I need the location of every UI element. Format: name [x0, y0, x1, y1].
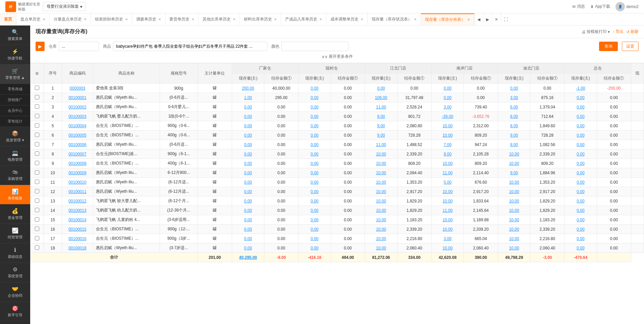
row-lc-qty[interactable]: 0.00: [299, 225, 331, 234]
sidebar-item-ecommerce[interactable]: 💻 电商管理: [0, 146, 30, 166]
row-jb-qty[interactable]: 11.00: [365, 102, 397, 112]
row-check[interactable]: [31, 140, 44, 149]
row-total-qty[interactable]: 0.00: [565, 234, 597, 243]
row-lc-qty[interactable]: 0.00: [299, 149, 331, 159]
row-yb-qty[interactable]: 10.00: [498, 215, 530, 225]
row-code[interactable]: 00100009: [62, 168, 93, 178]
sidebar-item-quicknav[interactable]: ⚡ 快捷导航: [0, 45, 30, 64]
row-code[interactable]: 00100014: [62, 215, 93, 225]
industry-selector[interactable]: 母婴行业演示陈套 ▾: [43, 2, 86, 11]
row-fc-qty[interactable]: 0.00: [232, 168, 264, 178]
row-jb-qty[interactable]: 11.00: [365, 140, 397, 149]
row-yb-qty[interactable]: 9.00: [498, 131, 530, 140]
tab-assembly[interactable]: 组装拆卸单历史 ✕: [91, 13, 132, 25]
row-jb-qty[interactable]: 10.00: [365, 196, 397, 206]
tab-close-icon[interactable]: ✕: [361, 17, 363, 21]
row-fc-qty[interactable]: 0.00: [232, 149, 264, 159]
row-total-qty[interactable]: 0.00: [565, 102, 597, 112]
row-yb-qty[interactable]: 10.00: [498, 149, 530, 159]
row-na-qty[interactable]: 10.00: [431, 131, 464, 140]
row-lc-qty[interactable]: 0.00: [299, 187, 331, 196]
row-check[interactable]: [31, 84, 44, 93]
row-code[interactable]: 00100004: [62, 121, 93, 131]
row-total-qty[interactable]: 0.00: [565, 121, 597, 131]
print-button[interactable]: 🖨 按模板打印 ▾: [582, 29, 610, 35]
row-code[interactable]: 00100001: [62, 93, 93, 102]
app-download-button[interactable]: ⬇ App下载: [590, 4, 610, 9]
row-yb-qty[interactable]: 8.00: [498, 140, 530, 149]
row-lc-qty[interactable]: 0.00: [299, 243, 331, 253]
row-na-qty[interactable]: 10.00: [431, 225, 464, 234]
row-na-qty[interactable]: 0.00: [431, 93, 464, 102]
row-fc-qty[interactable]: 0.00: [232, 178, 264, 187]
row-total-qty[interactable]: 0.00: [565, 112, 597, 121]
row-jb-qty[interactable]: 10.00: [365, 243, 397, 253]
row-lc-qty[interactable]: 0.00: [299, 121, 331, 131]
row-jb-qty[interactable]: 10.00: [365, 206, 397, 215]
row-check[interactable]: [31, 121, 44, 131]
row-lc-qty[interactable]: 0.00: [299, 206, 331, 215]
row-code[interactable]: 00100008: [62, 159, 93, 168]
row-check[interactable]: [31, 196, 44, 206]
row-jb-qty[interactable]: 9.00: [365, 131, 397, 140]
row-code[interactable]: 00100018: [62, 243, 93, 253]
row-yb-qty[interactable]: 10.00: [498, 225, 530, 234]
row-code[interactable]: 00100007: [62, 149, 93, 159]
row-total-qty[interactable]: 0.00: [565, 196, 597, 206]
row-check[interactable]: [31, 112, 44, 121]
row-fc-qty[interactable]: 0.00: [232, 102, 264, 112]
tab-product-inbound[interactable]: 产成品入库单历史 ✕: [281, 13, 326, 25]
tab-close-icon[interactable]: ✕: [319, 17, 322, 21]
row-fc-qty[interactable]: 0.00: [232, 121, 264, 131]
sidebar-item-system[interactable]: ⚙ 系统管理: [0, 263, 30, 282]
tab-transfer[interactable]: 调拨单历史 ✕: [132, 13, 165, 25]
row-yb-qty[interactable]: 10.00: [498, 243, 530, 253]
toggle-search-btn[interactable]: ▶: [36, 42, 45, 51]
row-total-qty[interactable]: 0.00: [565, 243, 597, 253]
row-total-qty[interactable]: 0.00: [565, 206, 597, 215]
tab-close-icon[interactable]: ✕: [414, 17, 417, 21]
row-lc-qty[interactable]: 0.00: [299, 159, 331, 168]
sidebar-item-basic[interactable]: ℹ 基础信息: [0, 243, 30, 263]
row-yb-qty[interactable]: 0.00: [498, 84, 530, 93]
row-total-qty[interactable]: 0.00: [565, 131, 597, 140]
row-lc-qty[interactable]: 0.00: [299, 131, 331, 140]
sidebar-item-retail-stat[interactable]: 零售统计: [0, 116, 30, 127]
row-na-qty[interactable]: 9.00: [431, 149, 464, 159]
row-na-qty[interactable]: 10.00: [431, 243, 464, 253]
row-lc-qty[interactable]: 0.00: [299, 84, 331, 93]
row-fc-qty[interactable]: 0.00: [232, 225, 264, 234]
gear-icon[interactable]: ⚙: [35, 71, 39, 76]
row-lc-qty[interactable]: 0.00: [299, 140, 331, 149]
row-lc-qty[interactable]: 0.00: [299, 234, 331, 243]
row-total-qty[interactable]: 0.00: [565, 149, 597, 159]
tab-prev-btn[interactable]: ◀: [474, 13, 483, 25]
row-check[interactable]: [31, 178, 44, 187]
sidebar-item-wholesale[interactable]: 📦 批发管理 ▾: [0, 127, 30, 146]
tab-next-btn[interactable]: ▶: [483, 13, 492, 25]
user-profile[interactable]: 👤 demo2: [615, 2, 639, 11]
tab-other-outbound[interactable]: 其他出库单历史 ✕: [199, 13, 240, 25]
row-code[interactable]: 00100010: [62, 178, 93, 187]
row-yb-qty[interactable]: 6.00: [498, 102, 530, 112]
row-yb-qty[interactable]: 10.00: [498, 196, 530, 206]
row-check[interactable]: [31, 168, 44, 178]
row-fc-qty[interactable]: 0.00: [232, 196, 264, 206]
row-na-qty[interactable]: 10.00: [431, 215, 464, 225]
sidebar-item-finance[interactable]: 💰 资金管理: [0, 204, 30, 224]
tab-close-icon[interactable]: ✕: [84, 17, 87, 21]
tab-inventory-distribution[interactable]: 现存量（库存分布表）✕: [421, 13, 474, 25]
row-check[interactable]: [31, 234, 44, 243]
tab-fullscreen-btn[interactable]: ⛶: [501, 13, 511, 25]
row-na-qty[interactable]: 7.00: [431, 140, 464, 149]
row-check[interactable]: [31, 215, 44, 225]
row-fc-qty[interactable]: 0.00: [232, 215, 264, 225]
row-yb-qty[interactable]: 10.00: [498, 178, 530, 187]
row-na-qty[interactable]: 3.00: [431, 102, 464, 112]
row-total-qty[interactable]: 0.00: [565, 93, 597, 102]
sidebar-item-enterprise[interactable]: 🤝 企业协同: [0, 282, 30, 302]
row-check[interactable]: [31, 206, 44, 215]
row-check[interactable]: [31, 102, 44, 112]
row-code[interactable]: 00100016: [62, 234, 93, 243]
sidebar-item-inventory[interactable]: 📊 库存核算: [0, 185, 30, 204]
